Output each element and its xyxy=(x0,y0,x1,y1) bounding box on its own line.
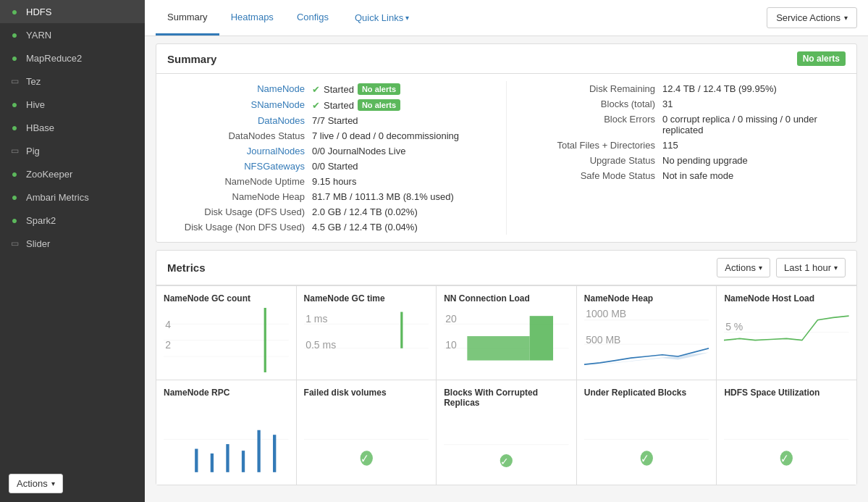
tab-configs[interactable]: Configs xyxy=(285,0,340,35)
sidebar-item-pig[interactable]: ▭Pig xyxy=(0,139,145,162)
metric-card-gc-time[interactable]: NameNode GC time 1 ms 0.5 ms xyxy=(297,286,437,380)
sidebar-item-label-hbase: HBase xyxy=(26,122,54,133)
namenode-link[interactable]: NameNode xyxy=(257,83,305,94)
metric-card-title-under-replicated: Under Replicated Blocks xyxy=(584,388,709,398)
sidebar-item-label-hive: Hive xyxy=(26,99,45,110)
sidebar: ●HDFS●YARN●MapReduce2▭Tez●Hive●HBase▭Pig… xyxy=(0,0,145,502)
metric-chart-connection-load: 20 10 xyxy=(444,308,569,372)
check-circle-icon: ● xyxy=(9,214,20,226)
svg-text:20: 20 xyxy=(445,313,457,325)
metric-card-failed-disk[interactable]: Failed disk volumes ✓ xyxy=(297,380,437,484)
check-circle-icon: ● xyxy=(9,29,20,41)
metric-card-title-gc-count: NameNode GC count xyxy=(164,293,289,304)
sidebar-item-mapreduce2[interactable]: ●MapReduce2 xyxy=(0,46,145,70)
metric-card-rpc[interactable]: NameNode RPC xyxy=(156,380,296,484)
metric-chart-heap: 1000 MB 500 MB xyxy=(584,308,709,372)
sidebar-item-hdfs[interactable]: ●HDFS xyxy=(0,0,145,23)
disk-nondfs-label: Disk Usage (Non DFS Used) xyxy=(167,222,312,233)
quick-links-caret: ▾ xyxy=(405,14,409,22)
check-circle-icon: ● xyxy=(9,52,20,64)
upgrade-status-value: No pending upgrade xyxy=(662,155,846,166)
metric-card-title-space-util: HDFS Space Utilization xyxy=(724,388,849,398)
metric-card-space-util[interactable]: HDFS Space Utilization ✓ xyxy=(717,380,856,484)
metric-chart-rpc xyxy=(164,402,289,477)
svg-text:✓: ✓ xyxy=(360,452,368,465)
metrics-actions-button[interactable]: Actions ▾ xyxy=(717,258,770,277)
tab-summary[interactable]: Summary xyxy=(156,0,219,35)
main-content: SummaryHeatmapsConfigs Quick Links ▾ Ser… xyxy=(145,0,868,502)
metric-card-gc-count[interactable]: NameNode GC count 4 2 xyxy=(156,286,296,380)
journalnodes-link[interactable]: JournalNodes xyxy=(247,146,305,156)
sidebar-item-ambari-metrics[interactable]: ●Ambari Metrics xyxy=(0,185,145,209)
svg-text:1 ms: 1 ms xyxy=(306,313,327,325)
service-actions-label: Service Actions xyxy=(776,12,840,23)
nfsgateways-link[interactable]: NFSGateways xyxy=(244,161,305,172)
metric-chart-space-util: ✓ xyxy=(724,402,849,477)
metric-card-host-load[interactable]: NameNode Host Load 5 % xyxy=(717,286,856,380)
metrics-timerange-label: Last 1 hour xyxy=(784,262,831,273)
metrics-actions-group: Actions ▾ Last 1 hour ▾ xyxy=(717,258,846,277)
sidebar-item-hbase[interactable]: ●HBase xyxy=(0,116,145,139)
sidebar-item-slider[interactable]: ▭Slider xyxy=(0,232,145,255)
sidebar-item-label-zookeeper: ZooKeeper xyxy=(26,169,72,180)
svg-rect-13 xyxy=(468,336,530,360)
monitor-icon: ▭ xyxy=(9,238,20,249)
upgrade-status-label: Upgrade Status xyxy=(518,155,662,166)
sidebar-item-tez[interactable]: ▭Tez xyxy=(0,70,145,93)
metrics-timerange-button[interactable]: Last 1 hour ▾ xyxy=(776,258,846,277)
service-actions-caret: ▾ xyxy=(844,14,848,22)
quick-links[interactable]: Quick Links ▾ xyxy=(355,12,409,23)
disk-nondfs-row: Disk Usage (Non DFS Used) 4.5 GB / 12.4 … xyxy=(167,219,495,235)
sidebar-item-yarn[interactable]: ●YARN xyxy=(0,23,145,46)
monitor-icon: ▭ xyxy=(9,145,20,156)
sidebar-item-label-mapreduce2: MapReduce2 xyxy=(26,53,82,64)
safe-mode-label: Safe Mode Status xyxy=(518,170,662,181)
service-actions-button[interactable]: Service Actions ▾ xyxy=(767,7,857,28)
page-content: Summary No alerts NameNode ✔ Started xyxy=(145,36,868,502)
sidebar-item-label-spark2: Spark2 xyxy=(26,215,56,226)
metric-card-heap[interactable]: NameNode Heap 1000 MB 500 MB xyxy=(577,286,717,380)
summary-header: Summary No alerts xyxy=(156,44,856,74)
metrics-panel: Metrics Actions ▾ Last 1 hour ▾ NameNode… xyxy=(156,250,857,485)
metrics-timerange-caret: ▾ xyxy=(834,264,838,272)
blocks-total-value: 31 xyxy=(662,99,846,109)
svg-text:1000 MB: 1000 MB xyxy=(586,308,626,319)
svg-rect-27 xyxy=(242,451,245,472)
blocks-total-label: Blocks (total) xyxy=(518,99,662,109)
sidebar-item-zookeeper[interactable]: ●ZooKeeper xyxy=(0,162,145,185)
metric-chart-gc-time: 1 ms 0.5 ms xyxy=(304,308,429,372)
tab-heatmaps[interactable]: Heatmaps xyxy=(219,0,285,35)
summary-body: NameNode ✔ Started No alerts SName xyxy=(156,74,856,242)
check-circle-icon: ● xyxy=(9,191,20,203)
summary-panel: Summary No alerts NameNode ✔ Started xyxy=(156,43,857,243)
block-errors-value: 0 corrupt replica / 0 missing / 0 under … xyxy=(662,114,846,135)
metric-card-corrupted-blocks[interactable]: Blocks With Corrupted Replicas ✓ xyxy=(437,380,576,484)
datanodes-link[interactable]: DataNodes xyxy=(258,115,305,126)
journalnodes-value: 0/0 JournalNodes Live xyxy=(312,146,495,156)
metric-chart-host-load: 5 % xyxy=(724,308,849,372)
snamenode-link[interactable]: SNameNode xyxy=(251,99,305,110)
caret-icon: ▾ xyxy=(51,480,55,488)
monitor-icon: ▭ xyxy=(9,75,20,87)
metric-card-title-host-load: NameNode Host Load xyxy=(724,293,849,304)
sidebar-item-hive[interactable]: ●Hive xyxy=(0,93,145,116)
metric-card-under-replicated[interactable]: Under Replicated Blocks ✓ xyxy=(577,380,717,484)
sidebar-item-label-slider: Slider xyxy=(26,238,50,249)
svg-rect-28 xyxy=(257,430,260,472)
metric-chart-gc-count: 4 2 xyxy=(164,308,289,372)
sidebar-actions-area: Actions ▾ xyxy=(0,465,145,502)
disk-nondfs-value: 4.5 GB / 12.4 TB (0.04%) xyxy=(312,222,495,233)
disk-dfs-label: Disk Usage (DFS Used) xyxy=(167,206,312,217)
svg-text:4: 4 xyxy=(165,319,171,330)
metric-card-connection-load[interactable]: NN Connection Load 20 10 xyxy=(437,286,576,380)
svg-rect-26 xyxy=(226,444,229,472)
sidebar-item-spark2[interactable]: ●Spark2 xyxy=(0,209,145,232)
namenode-row: NameNode ✔ Started No alerts xyxy=(167,81,495,97)
blocks-total-row: Blocks (total) 31 xyxy=(518,96,846,112)
metric-chart-failed-disk: ✓ xyxy=(304,402,429,477)
summary-left-col: NameNode ✔ Started No alerts SName xyxy=(156,81,506,235)
svg-text:✓: ✓ xyxy=(780,452,789,465)
sidebar-actions-button[interactable]: Actions ▾ xyxy=(9,474,63,493)
metric-card-title-rpc: NameNode RPC xyxy=(164,388,289,398)
safe-mode-row: Safe Mode Status Not in safe mode xyxy=(518,168,846,183)
